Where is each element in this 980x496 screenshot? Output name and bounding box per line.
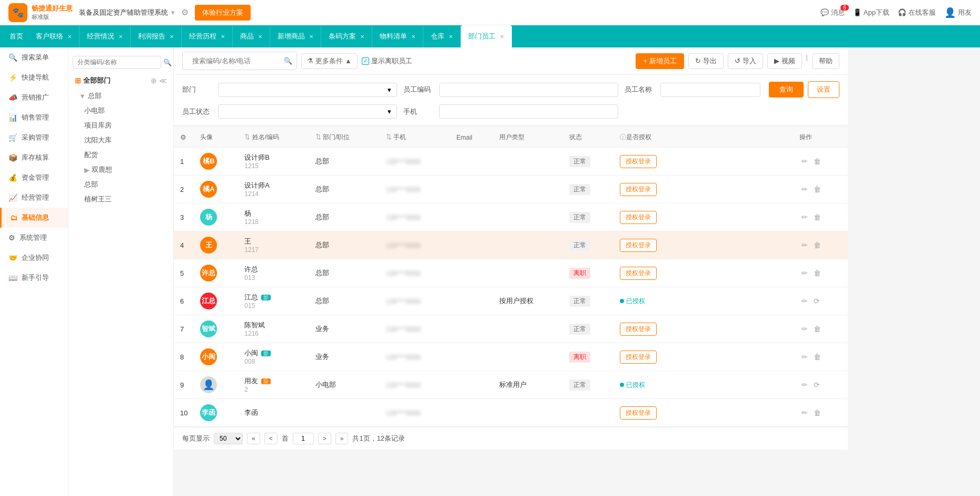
edit-btn[interactable]: ✏ <box>799 184 810 194</box>
empstatus-filter-select[interactable]: ▾ <box>218 104 397 119</box>
first-page-btn[interactable]: « <box>247 433 260 444</box>
dept-node-xiaodiandbu[interactable]: 小电部 <box>68 103 173 118</box>
delete-btn[interactable]: ⟳ <box>811 296 822 306</box>
tab-customer[interactable]: 客户联络✕ <box>28 25 80 47</box>
auth-btn[interactable]: 授权登录 <box>620 267 657 280</box>
tab-department[interactable]: 部门员工✕ <box>461 25 512 47</box>
set-btn[interactable]: 设置 <box>808 81 839 98</box>
edit-btn[interactable]: ✏ <box>799 407 810 418</box>
delete-btn[interactable]: 🗑 <box>811 240 823 250</box>
add-employee-btn[interactable]: + 新增员工 <box>636 53 684 69</box>
prev-page-btn[interactable]: < <box>264 433 278 444</box>
delete-btn[interactable]: 🗑 <box>811 324 823 334</box>
sidebar-item-inventory[interactable]: 📦 库存核算 <box>0 148 68 168</box>
auth-btn[interactable]: 授权登录 <box>620 351 657 364</box>
tab-process[interactable]: 经营历程✕ <box>182 25 233 47</box>
dept-search-icon[interactable]: 🔍 <box>163 59 172 66</box>
tab-goods[interactable]: 商品✕ <box>233 25 270 47</box>
import-btn[interactable]: ↺ 导入 <box>728 53 763 69</box>
delete-btn[interactable]: 🗑 <box>811 268 823 278</box>
edit-btn[interactable]: ✏ <box>799 268 810 278</box>
dept-filter-select[interactable]: ▾ <box>218 83 397 97</box>
tab-warehouse[interactable]: 仓库✕ <box>423 25 461 47</box>
edit-btn[interactable]: ✏ <box>799 212 810 222</box>
app-download-area[interactable]: 📱 App下载 <box>853 8 889 17</box>
dept-search-input[interactable] <box>73 56 161 69</box>
edit-btn[interactable]: ✏ <box>799 156 810 167</box>
edit-btn[interactable]: ✏ <box>799 352 810 362</box>
tab-warehouse-close[interactable]: ✕ <box>449 34 453 40</box>
col-settings[interactable]: ⚙ <box>174 128 194 148</box>
sidebar-item-marketing[interactable]: 📣 营销推广 <box>0 87 68 108</box>
auth-btn[interactable]: 授权登录 <box>620 155 657 168</box>
more-filter-btn[interactable]: ⚗ 更多条件 ▲ <box>301 53 358 69</box>
help-btn[interactable]: 帮助 <box>812 53 839 69</box>
dept-node-xiangmukufang[interactable]: 项目库房 <box>68 118 173 133</box>
last-page-btn[interactable]: » <box>335 433 349 444</box>
tab-ops-close[interactable]: ✕ <box>118 34 123 40</box>
sidebar-item-sales[interactable]: 📊 销售管理 <box>0 108 68 128</box>
edit-btn[interactable]: ✏ <box>799 380 810 390</box>
show-leave-checkbox-label[interactable]: 显示离职员工 <box>362 56 412 66</box>
tab-profit-close[interactable]: ✕ <box>170 34 174 40</box>
auth-btn[interactable]: 授权登录 <box>620 323 657 336</box>
tab-operations[interactable]: 经营情况✕ <box>80 25 131 47</box>
sidebar-item-search[interactable]: 🔍 搜索菜单 <box>0 47 68 67</box>
dept-collapse-btn[interactable]: ≪ <box>159 76 167 85</box>
sidebar-item-purchase[interactable]: 🛒 采购管理 <box>0 128 68 148</box>
sidebar-item-management[interactable]: 📈 经营管理 <box>0 188 68 208</box>
page-input[interactable] <box>293 433 314 444</box>
tab-add-goods[interactable]: 新增商品✕ <box>270 25 321 47</box>
auth-btn[interactable]: 授权登录 <box>620 406 657 420</box>
tab-dept-close[interactable]: ✕ <box>500 34 504 40</box>
tab-add-goods-close[interactable]: ✕ <box>309 34 313 40</box>
dept-node-zhishu[interactable]: 植树王三 <box>68 192 173 207</box>
col-dept[interactable]: ⇅ 部门/职位 <box>309 128 380 148</box>
dept-node-peihuo[interactable]: 配货 <box>68 148 173 162</box>
delete-btn[interactable]: 🗑 <box>811 352 823 362</box>
sidebar-item-collab[interactable]: 🤝 企业协同 <box>0 248 68 268</box>
tab-process-close[interactable]: ✕ <box>221 34 225 40</box>
sidebar-item-guide[interactable]: 📖 新手引导 <box>0 268 68 288</box>
show-leave-checkbox[interactable] <box>362 57 369 65</box>
system-dropdown-icon[interactable]: ▾ <box>171 8 175 16</box>
tab-bom-close[interactable]: ✕ <box>411 34 415 40</box>
tab-goods-close[interactable]: ✕ <box>258 34 262 40</box>
dept-add-btn[interactable]: ⊕ <box>151 76 157 85</box>
tab-barcode[interactable]: 条码方案✕ <box>321 25 372 47</box>
empcode-filter-input[interactable] <box>439 83 618 97</box>
online-service-area[interactable]: 🎧 在线客服 <box>898 8 936 17</box>
tab-bom[interactable]: 物料清单✕ <box>372 25 423 47</box>
search-submit-icon[interactable]: 🔍 <box>284 57 292 65</box>
sidebar-item-finance[interactable]: 💰 资金管理 <box>0 168 68 188</box>
delete-btn[interactable]: 🗑 <box>811 212 823 222</box>
sidebar-item-quicknav[interactable]: ⚡ 快捷导航 <box>0 67 68 87</box>
per-page-select[interactable]: 50 100 <box>214 433 243 444</box>
col-phone[interactable]: ⇅ 手机 <box>380 128 450 148</box>
dept-node-shenyangdaku[interactable]: 沈阳大库 <box>68 133 173 148</box>
next-page-btn[interactable]: > <box>318 433 331 444</box>
tab-profit[interactable]: 利润报告✕ <box>131 25 182 47</box>
delete-btn[interactable]: 🗑 <box>811 184 823 194</box>
search-btn[interactable]: 查询 <box>769 82 804 98</box>
search-input[interactable] <box>187 54 282 67</box>
info-icon[interactable]: ⓘ <box>620 133 626 141</box>
trial-button[interactable]: 体验行业方案 <box>195 5 251 21</box>
edit-btn[interactable]: ✏ <box>799 240 810 250</box>
view-btn[interactable]: ▶ 视频 <box>767 53 802 69</box>
phone-filter-input[interactable] <box>439 104 618 119</box>
settings-icon[interactable]: ⚙ <box>181 7 189 17</box>
empname-filter-input[interactable] <box>660 83 760 97</box>
sidebar-item-base[interactable]: 🗂 基础信息 <box>0 208 68 228</box>
auth-btn[interactable]: 授权登录 <box>620 239 657 252</box>
tab-home[interactable]: 首页 <box>4 25 28 47</box>
dept-node-zongbu-parent[interactable]: ▼ 总部 <box>68 89 173 103</box>
export-btn[interactable]: ↻ 导出 <box>688 53 724 69</box>
sidebar-item-system[interactable]: ⚙ 系统管理 <box>0 228 68 248</box>
delete-btn[interactable]: 🗑 <box>811 156 823 167</box>
auth-btn[interactable]: 授权登录 <box>620 183 657 196</box>
edit-btn[interactable]: ✏ <box>799 324 810 334</box>
delete-btn[interactable]: ⟳ <box>811 380 822 390</box>
auth-btn[interactable]: 授权登录 <box>620 211 657 224</box>
user-area[interactable]: 👤 用友 <box>944 7 972 18</box>
